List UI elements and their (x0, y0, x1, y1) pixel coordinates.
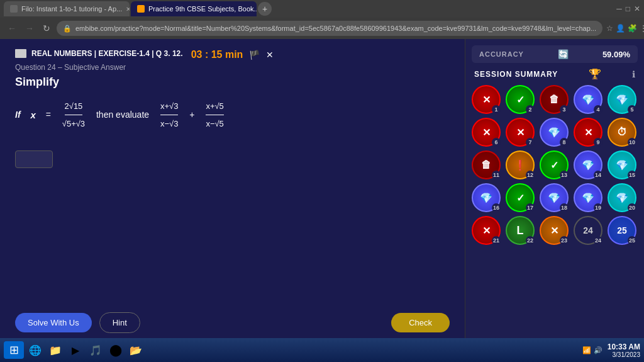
book-icon (15, 49, 26, 58)
tab-close-filo[interactable]: ✕ (126, 6, 130, 13)
question-badge-5[interactable]: 💎5 (608, 85, 636, 114)
address-text: embibe.com/practice?mode=Normal&title=Nu… (75, 25, 596, 32)
question-badge-20[interactable]: 💎20 (608, 183, 636, 212)
question-badge-17[interactable]: ✓17 (506, 183, 535, 212)
taskbar-app3-icon[interactable]: 📂 (127, 341, 145, 359)
question-badge-18[interactable]: 💎18 (540, 183, 569, 212)
x-numerator: 2√15 (65, 99, 83, 115)
question-badge-3[interactable]: 🗑3 (540, 85, 569, 114)
left-panel: REAL NUMBERS | EXERCISE-1.4 | Q 3. 12. 0… (0, 39, 465, 338)
question-number-25: 25 (628, 236, 636, 245)
refresh-icon[interactable]: 🔄 (558, 49, 569, 59)
solve-with-us-button[interactable]: Solve With Us (15, 313, 92, 332)
expr1-fraction: x+√3 x−√3 (160, 99, 178, 132)
question-badge-16[interactable]: 💎16 (472, 183, 501, 212)
taskbar-app2-icon[interactable]: 🎵 (87, 341, 104, 359)
reload-button[interactable]: ↻ (40, 22, 53, 35)
lock-icon: 🔒 (63, 25, 72, 33)
question-number-11: 11 (492, 171, 501, 179)
plus-sign: + (189, 107, 194, 123)
question-badge-15[interactable]: 💎15 (608, 150, 636, 179)
question-number-2: 2 (526, 105, 535, 114)
close-question-button[interactable]: ✕ (266, 50, 274, 60)
taskbar-folder-icon[interactable]: 📁 (47, 341, 64, 359)
hint-button[interactable]: Hint (99, 312, 140, 333)
back-button[interactable]: ← (5, 22, 19, 35)
question-number-14: 14 (594, 171, 602, 179)
tab-embibe[interactable]: Practice 9th CBSE Subjects, Book... ✕ (131, 1, 257, 16)
question-badge-2[interactable]: ✓2 (506, 85, 535, 114)
question-badge-4[interactable]: 💎4 (574, 85, 602, 114)
question-badge-14[interactable]: 💎14 (574, 150, 602, 179)
minimize-button[interactable]: ─ (616, 4, 622, 13)
question-number-12: 12 (526, 171, 535, 179)
question-type: Question 24 – Subjective Answer (15, 63, 450, 72)
trophy-icon: 🏆 (589, 68, 601, 80)
question-number-7: 7 (526, 138, 535, 147)
taskbar-app1-icon[interactable]: ▶ (67, 341, 84, 359)
browser-close-button[interactable]: ✕ (634, 4, 640, 13)
question-number-9: 9 (594, 138, 602, 147)
menu-icon[interactable]: ⋮ (640, 24, 644, 33)
question-badge-24[interactable]: 2424 (574, 216, 602, 245)
question-number-8: 8 (560, 138, 569, 147)
info-icon[interactable]: ℹ (632, 69, 635, 79)
question-badge-13[interactable]: ✓13 (540, 150, 569, 179)
question-badge-12[interactable]: ❗12 (506, 150, 535, 179)
bookmark-icon[interactable]: 🏴 (249, 50, 260, 60)
question-badge-25[interactable]: 2525 (608, 216, 636, 245)
taskbar-chrome-icon[interactable]: ⬤ (107, 341, 125, 359)
accuracy-value: 59.09% (602, 50, 630, 59)
tab-filo[interactable]: Filo: Instant 1-to-1 tutoring - Ap... ✕ (4, 1, 130, 16)
profile-icon[interactable]: 👤 (616, 24, 625, 33)
check-button[interactable]: Check (391, 313, 450, 332)
taskbar-browser-icon[interactable]: 🌐 (26, 341, 44, 359)
restore-button[interactable]: □ (626, 4, 630, 13)
question-badge-6[interactable]: ✕6 (472, 118, 501, 147)
tab-label-filo: Filo: Instant 1-to-1 tutoring - Ap... (21, 5, 122, 13)
tab-favicon-embibe (137, 5, 145, 13)
x-fraction: 2√15 √5+√3 (62, 99, 85, 132)
start-button[interactable]: ⊞ (4, 341, 24, 359)
math-expression-row: If x = 2√15 √5+√3 then evaluate x+√3 x−√… (15, 99, 450, 132)
nav-bar: ← → ↻ 🔒 embibe.com/practice?mode=Normal&… (0, 18, 644, 39)
question-badge-9[interactable]: ✕9 (574, 118, 602, 147)
question-number-22: 22 (526, 236, 535, 245)
expr2-fraction: x+√5 x−√5 (206, 99, 223, 132)
exercise-label: REAL NUMBERS | EXERCISE-1.4 | Q 3. 12. (31, 49, 183, 58)
address-bar[interactable]: 🔒 embibe.com/practice?mode=Normal&title=… (57, 21, 602, 36)
question-badge-22[interactable]: L22 (506, 216, 535, 245)
question-number-19: 19 (594, 203, 602, 212)
tab-label-embibe: Practice 9th CBSE Subjects, Book... (148, 5, 257, 13)
forward-button[interactable]: → (23, 22, 36, 35)
network-icon: 📶 (582, 346, 591, 354)
question-badge-10[interactable]: ⏱10 (608, 118, 636, 147)
new-tab-button[interactable]: + (258, 2, 272, 16)
clock-date: 3/31/2023 (608, 351, 640, 358)
question-badge-19[interactable]: 💎19 (574, 183, 602, 212)
question-number-6: 6 (492, 138, 501, 147)
question-badge-21[interactable]: ✕21 (472, 216, 501, 245)
question-badge-23[interactable]: ✕23 (540, 216, 569, 245)
question-number-18: 18 (560, 203, 569, 212)
extensions-icon[interactable]: 🧩 (628, 24, 637, 33)
question-number-13: 13 (560, 171, 569, 179)
question-badge-8[interactable]: 💎8 (540, 118, 569, 147)
question-badge-1[interactable]: ✕1 (472, 85, 501, 114)
session-label: SESSION SUMMARY (474, 70, 558, 79)
answer-input-box[interactable] (15, 150, 53, 168)
taskbar: ⊞ 🌐 📁 ▶ 🎵 ⬤ 📂 📶 🔊 10:33 AM 3/31/2023 (0, 338, 644, 362)
tab-favicon-filo (10, 5, 18, 13)
bookmark-star-icon[interactable]: ☆ (606, 24, 613, 33)
expr2-denominator: x−√5 (206, 115, 223, 131)
expr1-denominator: x−√3 (160, 115, 178, 131)
expr1-numerator: x+√3 (160, 99, 178, 115)
question-badge-11[interactable]: 🗑11 (472, 150, 501, 179)
equals-sign: = (46, 107, 51, 123)
question-number-15: 15 (628, 171, 636, 179)
volume-icon: 🔊 (594, 346, 602, 354)
question-grid: ✕1✓2🗑3💎4💎5✕6✕7💎8✕9⏱10🗑11❗12✓13💎14💎15💎16✓… (472, 85, 638, 245)
question-number-21: 21 (492, 236, 501, 245)
browser-chrome: Filo: Instant 1-to-1 tutoring - Ap... ✕ … (0, 0, 644, 39)
question-badge-7[interactable]: ✕7 (506, 118, 535, 147)
